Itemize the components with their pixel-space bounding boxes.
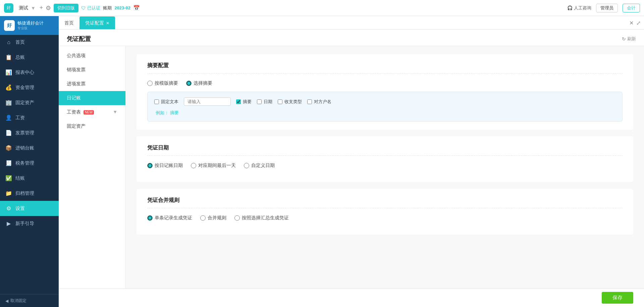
sidebar-item-invoices[interactable]: 📄 发票管理 <box>0 125 59 140</box>
journal-date-option[interactable]: 按日记账日期 <box>147 163 183 169</box>
refresh-btn[interactable]: ↻ 刷新 <box>622 36 636 42</box>
select-summary-option[interactable]: 选择摘要 <box>186 80 212 86</box>
tab-close-btn[interactable]: ✕ <box>106 21 109 26</box>
sidebar-cancel-pin[interactable]: ◀ 取消固定 <box>0 294 59 307</box>
shield-icon: 🛡 <box>81 5 86 11</box>
merge-section: 凭证合并规则 单条记录生成凭证 合并规则 <box>137 189 633 234</box>
summary-generate-option[interactable]: 按照选择汇总生成凭证 <box>234 215 289 221</box>
single-record-radio[interactable] <box>147 215 153 221</box>
sidebar-icon-tax: 🧾 <box>5 160 12 166</box>
manager-btn[interactable]: 管理员 <box>596 4 618 12</box>
left-nav-item-journal[interactable]: 日记账 <box>59 91 125 105</box>
fixed-text-input[interactable] <box>184 97 231 106</box>
journal-date-radio[interactable] <box>147 163 153 168</box>
refresh-icon: ↻ <box>622 36 626 42</box>
single-record-option[interactable]: 单条记录生成凭证 <box>147 215 192 221</box>
date-section-title: 凭证日期 <box>147 144 623 156</box>
merge-rules-radio[interactable] <box>200 215 206 221</box>
merge-rules-option[interactable]: 合并规则 <box>200 215 226 221</box>
date-checkbox-item[interactable]: 日期 <box>257 99 272 105</box>
certified-badge: 🛡 已认证 <box>81 5 100 11</box>
sidebar-label-ledger: 总账 <box>15 54 25 60</box>
sidebar-item-settings[interactable]: ⚙ 设置 <box>0 201 59 216</box>
custom-date-option[interactable]: 自定义日期 <box>244 163 275 169</box>
sidebar-item-tax[interactable]: 🧾 税务管理 <box>0 156 59 171</box>
period-last-radio[interactable] <box>191 163 196 168</box>
summary-checkbox[interactable] <box>236 99 241 104</box>
example-text: 例如： 摘要 <box>154 110 615 116</box>
date-radio-group: 按日记账日期 对应期间最后一天 自定义日期 <box>147 163 623 169</box>
template-summary-radio[interactable] <box>147 81 153 86</box>
fixed-text-checkbox-item[interactable]: 固定文本 <box>154 99 178 105</box>
sidebar-scroll: ⌂ 首页 📋 总账 📊 报表中心 💰 资金管理 🏢 固定资产 👤 工资 📄 发票… <box>0 35 59 294</box>
sidebar-icon-invoices: 📄 <box>5 130 12 136</box>
sidebar-label-salary: 工资 <box>15 115 25 121</box>
page-footer: 保存 <box>59 288 644 307</box>
payment-type-checkbox[interactable] <box>278 99 282 104</box>
tab-home[interactable]: 首页 <box>59 16 79 29</box>
sidebar-icon-home: ⌂ <box>5 39 12 45</box>
sidebar-label-archive: 归档管理 <box>15 190 34 196</box>
config-content: 摘要配置 按模版摘要 选择摘要 <box>126 46 644 288</box>
calendar-icon[interactable]: 📅 <box>133 5 140 11</box>
sidebar: 好 畅捷通好会计 专业版 ⌂ 首页 📋 总账 📊 报表中心 💰 资金管理 🏢 固… <box>0 16 59 307</box>
switch-old-btn[interactable]: 切到旧版 <box>54 4 78 12</box>
sidebar-icon-assets: 🏢 <box>5 99 12 106</box>
logo-name: 畅捷通好会计 <box>17 20 44 26</box>
sidebar-item-funds[interactable]: 💰 资金管理 <box>0 80 59 95</box>
sidebar-label-guide: 新手引导 <box>15 221 34 227</box>
counterpart-checkbox[interactable] <box>307 99 312 104</box>
top-logo-icon: 好 <box>4 3 13 13</box>
tab-voucher-config[interactable]: 凭证配置 ✕ <box>79 16 115 29</box>
expand-tab-action[interactable]: ⤢ <box>636 19 641 26</box>
custom-date-radio[interactable] <box>244 163 249 168</box>
sidebar-item-reports[interactable]: 📊 报表中心 <box>0 65 59 80</box>
save-button[interactable]: 保存 <box>602 292 633 304</box>
logo-icon: 好 <box>4 20 15 31</box>
sidebar-icon-reports: 📊 <box>5 69 12 76</box>
summary-radio-group: 按模版摘要 选择摘要 <box>147 80 623 86</box>
left-nav-item-public[interactable]: 公共选项 <box>59 49 125 63</box>
sidebar-label-invoices: 发票管理 <box>15 130 34 136</box>
select-summary-radio[interactable] <box>186 81 192 86</box>
close-tab-action[interactable]: ✕ <box>629 19 634 26</box>
sidebar-item-guide[interactable]: ▶ 新手引导 <box>0 216 59 231</box>
sidebar-icon-settings: ⚙ <box>5 205 12 212</box>
summary-section: 摘要配置 按模版摘要 选择摘要 <box>137 54 633 130</box>
company-name: 测试 <box>19 5 28 11</box>
counterpart-checkbox-item[interactable]: 对方户名 <box>307 99 331 105</box>
top-bar-left: 好 测试 ▼ + ⚙ 切到旧版 🛡 已认证 账期 2023-02 📅 <box>4 3 564 13</box>
period-last-option[interactable]: 对应期间最后一天 <box>191 163 236 169</box>
left-nav-item-salary-table[interactable]: 工资表 NEW ▼ <box>59 105 125 119</box>
summary-options-row: 固定文本 摘要 日期 <box>154 97 615 106</box>
sidebar-item-checkout[interactable]: ✅ 结账 <box>0 171 59 186</box>
date-checkbox[interactable] <box>257 99 262 104</box>
consulting-link[interactable]: 🎧 人工咨询 <box>567 5 591 11</box>
sidebar-item-salary[interactable]: 👤 工资 <box>0 110 59 125</box>
fixed-text-checkbox[interactable] <box>154 99 159 104</box>
tab-voucher-config-label: 凭证配置 <box>85 20 104 26</box>
sidebar-item-archive[interactable]: 📁 归档管理 <box>0 186 59 201</box>
sidebar-item-assets[interactable]: 🏢 固定资产 <box>0 95 59 110</box>
settings-icon[interactable]: ⚙ <box>46 4 51 12</box>
add-company-btn[interactable]: + <box>40 4 43 11</box>
sidebar-item-ledger[interactable]: 📋 总账 <box>0 50 59 65</box>
summary-checkbox-item[interactable]: 摘要 <box>236 99 252 105</box>
template-summary-option[interactable]: 按模版摘要 <box>147 80 178 86</box>
sidebar-label-funds: 资金管理 <box>15 85 34 91</box>
tabs-actions: ✕ ⤢ <box>629 19 641 26</box>
sidebar-label-home: 首页 <box>15 39 25 45</box>
left-nav-item-purchase[interactable]: 进项发票 <box>59 77 125 91</box>
sidebar-item-home[interactable]: ⌂ 首页 <box>0 35 59 50</box>
summary-generate-radio[interactable] <box>234 215 240 221</box>
company-dropdown-icon[interactable]: ▼ <box>31 5 36 11</box>
payment-type-checkbox-item[interactable]: 收支类型 <box>278 99 302 105</box>
left-nav-item-sales[interactable]: 销项发票 <box>59 63 125 77</box>
arrow-icon: ▼ <box>113 109 117 115</box>
sidebar-icon-checkout: ✅ <box>5 175 12 181</box>
headphone-icon: 🎧 <box>567 5 573 10</box>
left-nav-item-fixed-assets[interactable]: 固定资产 <box>59 119 125 133</box>
accountant-btn[interactable]: 会计 <box>623 4 640 12</box>
sidebar-item-inventory[interactable]: 📦 进销台账 <box>0 140 59 156</box>
page-content: 凭证配置 ↻ 刷新 公共选项销项发票进项发票日记账工资表 NEW ▼固定资产 摘… <box>59 30 644 307</box>
